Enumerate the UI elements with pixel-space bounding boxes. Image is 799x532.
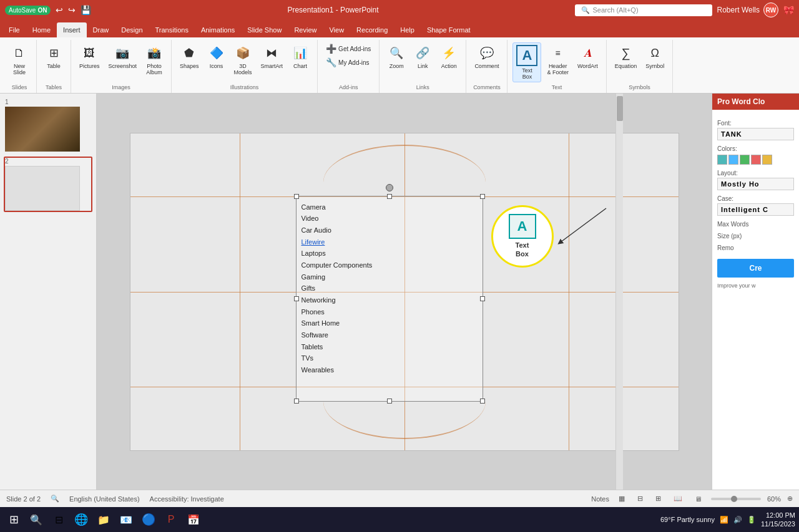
rp-case-value[interactable]: Intelligent C — [717, 203, 794, 216]
zoom-fit-icon[interactable]: ⊕ — [787, 495, 793, 503]
handle-mr[interactable] — [480, 296, 485, 301]
tab-view[interactable]: View — [323, 22, 350, 37]
search-box[interactable]: 🔍 Search (Alt+Q) — [575, 4, 712, 16]
zoom-slider[interactable] — [711, 498, 761, 500]
color-swatch-5[interactable] — [762, 155, 772, 165]
taskbar-file-explorer[interactable]: 📁 — [94, 510, 114, 530]
ribbon-btn-3dmodels[interactable]: 📦 3DModels — [231, 42, 255, 77]
vertical-scrollbar[interactable] — [615, 94, 623, 490]
status-view-presenter[interactable]: 🖥 — [692, 494, 705, 504]
canvas-area[interactable]: Camera Video Car Audio Lifewire Laptops … — [97, 94, 712, 490]
ribbon-btn-action[interactable]: ⚡ Action — [437, 42, 461, 71]
start-button[interactable]: ⊞ — [4, 510, 24, 530]
comment-icon: 💬 — [478, 44, 496, 62]
ribbon-btn-getaddins[interactable]: ➕ Get Add-ins — [323, 42, 374, 55]
ribbon-btn-comment[interactable]: 💬 Comment — [471, 42, 502, 71]
tab-transitions[interactable]: Transitions — [149, 22, 195, 37]
taskbar-edge[interactable]: 🌐 — [71, 510, 91, 530]
tab-review[interactable]: Review — [288, 22, 323, 37]
redo-icon[interactable]: ↪ — [68, 5, 76, 15]
ribbon-btn-equation[interactable]: ∑ Equation — [612, 42, 640, 71]
tab-file[interactable]: File — [2, 22, 26, 37]
ribbon-btn-icons[interactable]: 🔷 Icons — [205, 42, 228, 71]
ribbon-btn-pictures[interactable]: 🖼 Pictures — [76, 42, 103, 71]
ribbon-btn-newslide[interactable]: 🗋 NewSlide — [7, 42, 31, 77]
textbox[interactable]: Camera Video Car Audio Lifewire Laptops … — [296, 196, 483, 402]
rp-font-value[interactable]: TANK — [717, 128, 794, 140]
ribbon-group-images: 🖼 Pictures 📷 Screenshot 📸 PhotoAlbum Ima… — [71, 40, 172, 93]
tab-insert[interactable]: Insert — [57, 22, 87, 37]
taskbar-volume-icon[interactable]: 🔊 — [733, 516, 742, 524]
handle-br[interactable] — [480, 399, 485, 404]
ribbon-btn-wordart[interactable]: 𝐀 WordArt — [574, 42, 601, 71]
rp-layout-value[interactable]: Mostly Ho — [717, 178, 794, 190]
ribbon-btn-table[interactable]: ⊞ Table — [42, 42, 66, 71]
ribbon-btn-chart[interactable]: 📊 Chart — [288, 42, 312, 71]
handle-bm[interactable] — [387, 399, 392, 404]
comment-label: Comment — [474, 63, 499, 69]
ribbon-btn-smartart[interactable]: ⧓ SmartArt — [258, 42, 287, 71]
tab-recording[interactable]: Recording — [350, 22, 394, 37]
save-icon[interactable]: 💾 — [81, 5, 91, 15]
handle-tr[interactable] — [480, 194, 485, 199]
ribbon-btn-link[interactable]: 🔗 Link — [411, 42, 434, 71]
autosave-toggle[interactable]: AutoSave ON — [5, 6, 51, 15]
scrollbar-thumb[interactable] — [617, 96, 623, 121]
symbol-label: Symbol — [645, 63, 664, 69]
zoom-thumb[interactable] — [731, 496, 737, 502]
color-swatch-4[interactable] — [751, 155, 761, 165]
list-item: Tablets — [301, 341, 478, 353]
handle-tm[interactable] — [387, 194, 392, 199]
ribbon-btn-headerfooter[interactable]: ≡ Header& Footer — [544, 42, 572, 77]
taskbar-email[interactable]: 📧 — [116, 510, 136, 530]
chart-icon: 📊 — [292, 44, 309, 62]
user-avatar[interactable]: RW — [763, 2, 778, 17]
status-view-outline[interactable]: ⊟ — [634, 493, 646, 504]
taskbar-search[interactable]: 🔍 — [26, 510, 46, 530]
tab-shapeformat[interactable]: Shape Format — [421, 22, 477, 37]
status-notes[interactable]: Notes — [591, 495, 609, 503]
color-swatch-1[interactable] — [717, 155, 727, 165]
tab-slideshow[interactable]: Slide Show — [241, 22, 288, 37]
taskbar-calendar[interactable]: 📅 — [184, 510, 203, 530]
ribbon-btn-zoom[interactable]: 🔍 Zoom — [385, 42, 408, 71]
slide-num-2: 2 — [5, 158, 91, 165]
status-view-slide-sorter[interactable]: ⊞ — [652, 493, 664, 504]
taskbar-chrome[interactable]: 🔵 — [139, 510, 159, 530]
tab-design[interactable]: Design — [115, 22, 149, 37]
handle-rotate[interactable] — [386, 184, 393, 191]
handle-ml[interactable] — [294, 296, 299, 301]
handle-tl[interactable] — [294, 194, 299, 199]
slide-thumb-1[interactable]: 1 — [4, 97, 92, 153]
comments-group-label: Comments — [471, 83, 502, 90]
illustrations-group-label: Illustrations — [177, 83, 312, 90]
ribbon-btn-textbox[interactable]: A TextBox — [512, 42, 541, 82]
slide[interactable]: Camera Video Car Audio Lifewire Laptops … — [130, 133, 679, 451]
status-view-normal[interactable]: ▦ — [615, 493, 628, 504]
3dmodels-icon: 📦 — [234, 44, 252, 62]
status-view-reading[interactable]: 📖 — [670, 493, 685, 504]
color-swatch-2[interactable] — [728, 155, 738, 165]
ribbon-btn-screenshot[interactable]: 📷 Screenshot — [105, 42, 140, 71]
ribbon-group-addins: ➕ Get Add-ins 🔧 My Add-ins Add-ins — [318, 40, 380, 93]
handle-bl[interactable] — [294, 399, 299, 404]
rp-create-button[interactable]: Cre — [717, 259, 794, 278]
autosave-state: ON — [37, 7, 47, 14]
newslide-icon: 🗋 — [11, 44, 28, 62]
ribbon-btn-shapes[interactable]: ⬟ Shapes — [177, 42, 202, 71]
ribbon-btn-symbol[interactable]: Ω Symbol — [642, 42, 667, 71]
color-swatch-3[interactable] — [740, 155, 750, 165]
textbox-icon-label: TextBox — [516, 241, 529, 258]
slide-thumb-2[interactable]: 2 — [4, 157, 92, 212]
tab-home[interactable]: Home — [26, 22, 57, 37]
taskbar-powerpoint[interactable]: P — [161, 510, 181, 530]
taskbar-task-view[interactable]: ⊟ — [49, 510, 69, 530]
ribbon-icon[interactable]: 🎀 — [783, 5, 794, 15]
slide-preview-1 — [5, 107, 80, 152]
tab-help[interactable]: Help — [394, 22, 421, 37]
undo-icon[interactable]: ↩ — [56, 5, 63, 15]
tab-draw[interactable]: Draw — [87, 22, 115, 37]
tab-animations[interactable]: Animations — [195, 22, 241, 37]
ribbon-btn-myaddins[interactable]: 🔧 My Add-ins — [323, 56, 372, 69]
ribbon-btn-photoalbum[interactable]: 📸 PhotoAlbum — [142, 42, 166, 77]
